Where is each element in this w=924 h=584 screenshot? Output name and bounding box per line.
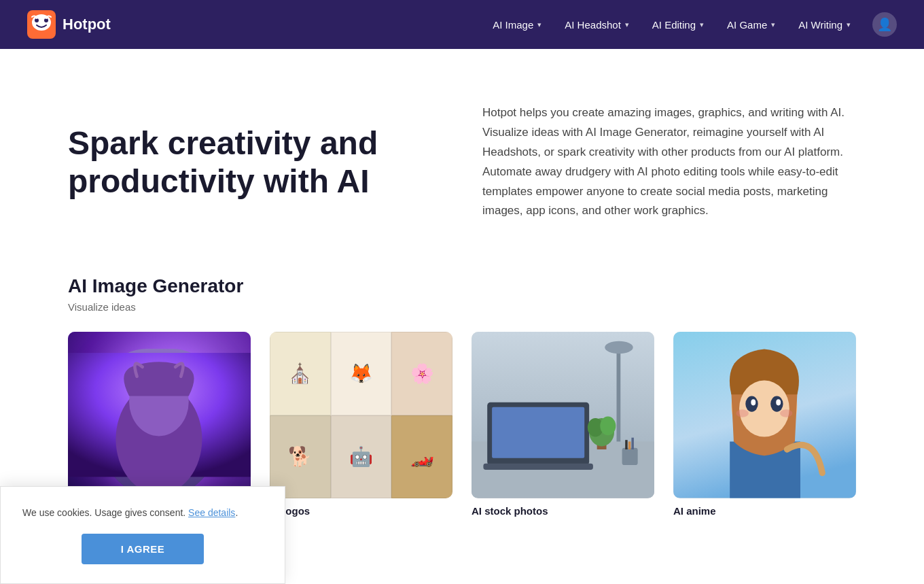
section-subtitle: Visualize ideas (68, 301, 856, 313)
logo-cell-church: ⛪ (270, 332, 331, 415)
svg-rect-10 (492, 407, 584, 458)
stock-svg (472, 332, 654, 498)
nav-item-ai-writing[interactable]: AI Writing ▾ (789, 14, 860, 36)
card-ai-stock-image (472, 332, 654, 498)
nav-item-ai-editing[interactable]: AI Editing ▾ (643, 14, 713, 36)
chevron-down-icon: ▾ (847, 20, 851, 29)
navbar: Hotpot AI Image ▾ AI Headshot ▾ AI Editi… (0, 0, 924, 49)
logo-cell-robot: 🤖 (331, 415, 392, 498)
fantasy-svg (68, 332, 251, 498)
svg-rect-11 (483, 464, 592, 470)
card-ai-images-image (68, 332, 251, 498)
brand-logo[interactable]: Hotpot (27, 10, 111, 39)
svg-rect-21 (631, 438, 633, 449)
card-ai-anime-label: AI anime (673, 505, 716, 517)
svg-point-13 (605, 341, 633, 354)
section-title: AI Image Generator (68, 275, 856, 297)
logo-icon (27, 10, 56, 39)
svg-rect-18 (622, 448, 638, 465)
card-ai-anime[interactable]: AI anime (673, 332, 856, 517)
nav-item-ai-image[interactable]: AI Image ▾ (483, 14, 551, 36)
svg-point-29 (751, 400, 756, 406)
svg-rect-20 (628, 442, 630, 450)
nav-ai-image-label: AI Image (493, 19, 533, 31)
card-ai-stock[interactable]: AI stock photos (472, 332, 654, 517)
nav-item-ai-headshot[interactable]: AI Headshot ▾ (555, 14, 639, 36)
svg-point-30 (776, 400, 781, 406)
anime-svg (673, 332, 856, 498)
logo-cell-fox: 🦊 (331, 332, 392, 415)
cookie-banner: We use cookies. Usage gives consent. See… (0, 486, 285, 558)
cookie-text: We use cookies. Usage gives consent. See… (22, 506, 263, 520)
hero-description: Hotpot helps you create amazing images, … (482, 103, 856, 221)
user-account-button[interactable]: 👤 (872, 12, 897, 37)
nav-ai-writing-label: AI Writing (798, 19, 842, 31)
cookie-see-details-link[interactable]: See details (188, 507, 235, 518)
nav-links: AI Image ▾ AI Headshot ▾ AI Editing ▾ AI… (483, 12, 897, 37)
chevron-down-icon: ▾ (771, 20, 775, 29)
cookie-agree-button[interactable]: I AGREE (82, 534, 204, 558)
chevron-down-icon: ▾ (700, 20, 704, 29)
svg-rect-19 (625, 441, 627, 450)
card-ai-stock-label: AI stock photos (472, 505, 548, 517)
nav-ai-game-label: AI Game (727, 19, 767, 31)
card-ai-anime-image (673, 332, 856, 498)
nav-ai-editing-label: AI Editing (652, 19, 696, 31)
nav-item-ai-game[interactable]: AI Game ▾ (717, 14, 785, 36)
hero-section: Spark creativity and productivity with A… (27, 49, 897, 262)
hero-right: Hotpot helps you create amazing images, … (482, 103, 856, 221)
svg-rect-12 (617, 347, 621, 441)
brand-name: Hotpot (63, 16, 111, 33)
hero-left: Spark creativity and productivity with A… (68, 124, 442, 199)
chevron-down-icon: ▾ (625, 20, 629, 29)
card-ai-logos[interactable]: ⛪ 🦊 🌸 🐕 🤖 🏎️ AI logos (270, 332, 452, 517)
logo-cell-car: 🏎️ (391, 415, 452, 498)
hero-title: Spark creativity and productivity with A… (68, 124, 442, 199)
nav-ai-headshot-label: AI Headshot (565, 19, 621, 31)
svg-point-31 (736, 410, 748, 418)
svg-point-17 (600, 417, 616, 436)
logo-cell-flower: 🌸 (391, 332, 452, 415)
user-icon: 👤 (877, 17, 892, 32)
chevron-down-icon: ▾ (537, 20, 541, 29)
card-ai-logos-image: ⛪ 🦊 🌸 🐕 🤖 🏎️ (270, 332, 452, 498)
svg-point-32 (780, 410, 792, 418)
